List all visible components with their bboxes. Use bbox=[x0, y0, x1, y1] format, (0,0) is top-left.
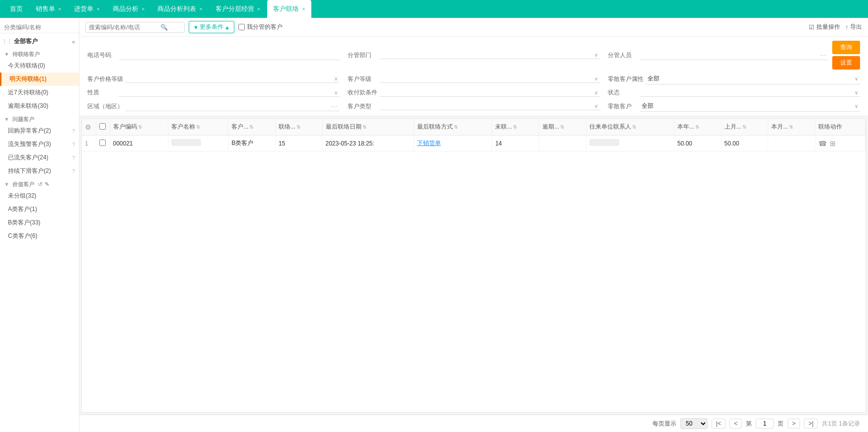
td-action: ☎ ⊞ bbox=[815, 136, 865, 151]
select-all-checkbox[interactable] bbox=[99, 123, 106, 130]
all-customers-label: 全部客户 bbox=[14, 37, 38, 46]
close-contact-tab[interactable]: × bbox=[302, 6, 305, 12]
th-contacts: 联络...⇅ bbox=[275, 119, 322, 136]
filter-manager: 分管人员 ··· bbox=[608, 51, 828, 60]
table-settings-icon[interactable]: ⚙ bbox=[85, 123, 91, 131]
sidebar-item-churn-warning[interactable]: 流失预警客户(3) ? bbox=[0, 138, 79, 151]
nav-home[interactable]: 首页 bbox=[4, 0, 29, 18]
search-input[interactable] bbox=[89, 24, 158, 31]
gender-select[interactable]: ∨ bbox=[119, 89, 340, 97]
sidebar-item-7days[interactable]: 近7天待联络(0) bbox=[0, 86, 79, 99]
sidebar: 🔍 ⋮⋮ 全部客户 « ▼ 待联络客户 今天待联络(0) 明天待联络(1) 近7… bbox=[0, 18, 79, 432]
th-no-contact: 未联...⇅ bbox=[492, 119, 539, 136]
my-customers-input[interactable] bbox=[238, 24, 245, 30]
retail-attr-select[interactable]: 全部∨ bbox=[646, 73, 860, 84]
sidebar-item-class-a[interactable]: A类客户(1) bbox=[0, 203, 79, 216]
filter-customer-type: 客户类型 ∨ bbox=[348, 101, 600, 112]
search-icon[interactable]: 🔍 bbox=[160, 24, 168, 31]
row-checkbox[interactable] bbox=[99, 140, 106, 146]
manager-select[interactable]: ··· bbox=[640, 51, 828, 60]
price-level-select[interactable]: ∨ bbox=[125, 75, 340, 83]
filter-status: 状态 ∨ bbox=[608, 88, 860, 97]
region-select[interactable]: ··· bbox=[125, 102, 340, 111]
close-sales-tab[interactable]: × bbox=[58, 6, 61, 12]
edit-icon[interactable]: ✎ bbox=[45, 181, 49, 187]
export-button[interactable]: ↑ 导出 bbox=[845, 23, 862, 31]
more-action-icon[interactable]: ⊞ bbox=[830, 140, 836, 147]
close-purchase-tab[interactable]: × bbox=[96, 6, 99, 12]
td-checkbox[interactable] bbox=[96, 136, 110, 151]
close-product-analysis-tab[interactable]: × bbox=[142, 6, 145, 12]
page-size-select[interactable]: 50 100 200 bbox=[680, 418, 708, 429]
help-icon-2[interactable]: ? bbox=[72, 155, 75, 161]
th-overdue: 逾期...⇅ bbox=[539, 119, 586, 136]
contact-action-icon[interactable]: ☎ bbox=[818, 140, 827, 147]
th-type: 客户...⇅ bbox=[228, 119, 276, 136]
close-product-analysis-list-tab[interactable]: × bbox=[199, 6, 202, 12]
first-page-button[interactable]: |< bbox=[712, 419, 725, 429]
search-box[interactable]: 🔍 bbox=[85, 22, 185, 33]
td-contact-person bbox=[586, 136, 674, 151]
nav-product-analysis[interactable]: 商品分析 × bbox=[107, 0, 150, 18]
query-button[interactable]: 查询 bbox=[832, 41, 860, 54]
filter-region: 区域（地区） ··· bbox=[87, 101, 340, 112]
nav-customer-segmentation[interactable]: 客户分层经营 × bbox=[210, 0, 266, 18]
nav-purchase[interactable]: 进货单 × bbox=[68, 0, 105, 18]
more-filters-button[interactable]: ▼ 更多条件 ▲ bbox=[189, 21, 234, 33]
last-page-button[interactable]: >| bbox=[804, 419, 818, 429]
batch-operation-button[interactable]: ☑ 批量操作 bbox=[809, 23, 840, 31]
th-action: 联络动作 bbox=[815, 119, 865, 136]
th-contact-person: 往来单位联系人⇅ bbox=[586, 119, 674, 136]
td-last-contact-date: 2023-05-23 18:25: bbox=[322, 136, 414, 151]
customer-level-select[interactable]: ∨ bbox=[379, 75, 600, 83]
th-last-contact-method: 最后联络方式⇅ bbox=[414, 119, 492, 136]
sidebar-item-overdue[interactable]: 逾期未联络(30) bbox=[0, 99, 79, 113]
my-customers-checkbox[interactable]: 我分管的客户 bbox=[238, 23, 283, 31]
main-layout: 🔍 ⋮⋮ 全部客户 « ▼ 待联络客户 今天待联络(0) 明天待联络(1) 近7… bbox=[0, 18, 868, 432]
filter-manager-row: 分管人员 ··· 查询 设置 bbox=[608, 41, 860, 70]
sidebar-item-churned[interactable]: 已流失客户(24) ? bbox=[0, 151, 79, 164]
top-nav: 首页 销售单 × 进货单 × 商品分析 × 商品分析列表 × 客户分层经营 × … bbox=[0, 0, 868, 18]
settings-button[interactable]: 设置 bbox=[832, 56, 860, 70]
contact-person-blurred bbox=[589, 139, 619, 146]
sidebar-item-tomorrow[interactable]: 明天待联络(1) bbox=[0, 72, 79, 86]
page-label: 第 bbox=[746, 420, 752, 428]
prev-page-button[interactable]: < bbox=[729, 419, 742, 429]
pending-group-label: ▼ 待联络客户 bbox=[0, 48, 79, 59]
th-this-year: 本年...⇅ bbox=[674, 119, 722, 136]
td-type: B类客户 bbox=[228, 136, 276, 151]
sidebar-item-repurchase-abnormal[interactable]: 回购异常客户(2) ? bbox=[0, 124, 79, 138]
nav-customer-contact[interactable]: 客户联络 × bbox=[267, 0, 311, 18]
help-icon-3[interactable]: ? bbox=[72, 168, 75, 174]
data-table: ⚙ 客户编码⇅ 客户名称⇅ 客户...⇅ bbox=[82, 119, 866, 151]
sidebar-item-class-b[interactable]: B类客户(33) bbox=[0, 216, 79, 229]
data-table-wrapper: ⚙ 客户编码⇅ 客户名称⇅ 客户...⇅ bbox=[81, 118, 866, 413]
nav-product-analysis-list[interactable]: 商品分析列表 × bbox=[151, 0, 208, 18]
retail-customer-select[interactable]: 全部∨ bbox=[640, 101, 860, 112]
sidebar-item-declining[interactable]: 持续下滑客户(2) ? bbox=[0, 164, 79, 178]
close-segmentation-tab[interactable]: × bbox=[257, 6, 260, 12]
phone-input[interactable] bbox=[119, 51, 340, 60]
sidebar-search-input[interactable] bbox=[4, 24, 78, 31]
sidebar-item-today[interactable]: 今天待联络(0) bbox=[0, 59, 79, 72]
sidebar-search-box[interactable]: 🔍 bbox=[0, 22, 79, 33]
customer-type-select[interactable]: ∨ bbox=[379, 102, 600, 110]
department-select[interactable]: ∨ bbox=[379, 51, 600, 59]
help-icon-1[interactable]: ? bbox=[72, 142, 75, 147]
sidebar-item-class-c[interactable]: C类客户(6) bbox=[0, 229, 79, 243]
filter-bar-right: ☑ 批量操作 ↑ 导出 bbox=[809, 23, 862, 31]
page-input[interactable] bbox=[756, 419, 774, 429]
advanced-filter-panel: 电话号码 分管部门 ∨ 分管人员 ··· 查询 设置 bbox=[79, 37, 868, 116]
nav-sales[interactable]: 销售单 × bbox=[30, 0, 67, 18]
status-select[interactable]: ∨ bbox=[640, 89, 860, 97]
payment-select[interactable]: ∨ bbox=[379, 89, 600, 97]
refresh-icon[interactable]: ↺ bbox=[38, 181, 42, 187]
all-customers-header: ⋮⋮ 全部客户 « bbox=[0, 35, 79, 48]
td-index: 1 bbox=[82, 136, 96, 151]
help-icon-0[interactable]: ? bbox=[72, 128, 75, 134]
filter-customer-level: 客户等级 ∨ bbox=[348, 73, 600, 84]
sidebar-collapse-icon[interactable]: « bbox=[72, 39, 75, 45]
next-page-button[interactable]: > bbox=[788, 419, 800, 429]
sidebar-item-ungrouped[interactable]: 未分组(32) bbox=[0, 189, 79, 203]
td-no-contact: 14 bbox=[492, 136, 539, 151]
